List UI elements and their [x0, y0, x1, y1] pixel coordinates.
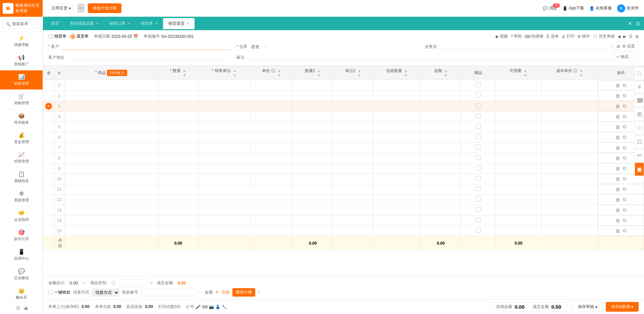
discount-help-icon[interactable]: ⓘ [111, 280, 115, 286]
cell-cost-1[interactable] [542, 80, 598, 91]
cell-price-2[interactable] [250, 90, 292, 101]
tab-sale-return-close[interactable]: ✕ [186, 22, 189, 25]
message-btn[interactable]: 💬 消息 70 [543, 5, 557, 11]
copy-row-10[interactable]: ⧉ [622, 175, 627, 182]
right-panel-btn-4[interactable]: ⊞ [635, 108, 644, 121]
right-panel-btn-8[interactable]: ▣ [635, 163, 644, 176]
maximize-btn[interactable]: ⊡ [635, 20, 641, 27]
sidebar-item-purchase[interactable]: 🛒 采购管理 [0, 90, 43, 109]
cell-product-2[interactable] [64, 90, 158, 101]
add-row-cell[interactable]: + [43, 101, 54, 111]
cell-gift-3[interactable] [461, 101, 495, 111]
copy-row-13[interactable]: ⧉ [622, 206, 627, 213]
cell-gift-2[interactable] [461, 90, 495, 101]
tool2-icon[interactable]: 🎤 [196, 305, 201, 309]
right-panel-btn-3[interactable]: ☎ [635, 94, 644, 107]
online-service-btn[interactable]: 👤 在线客服 [589, 5, 612, 11]
cell-unit2-1[interactable] [333, 80, 373, 91]
gift-checkbox-3[interactable] [476, 103, 481, 108]
copy-row-5[interactable]: ⧉ [622, 123, 627, 130]
delete-row-8[interactable]: 🗑 [615, 155, 621, 162]
cell-qty2-1[interactable] [293, 80, 333, 91]
copy-row-9[interactable]: ⧉ [622, 165, 627, 172]
account-select-btn[interactable]: ··· [199, 290, 202, 295]
sidebar-item-wechat[interactable]: 💬 企业微信 [0, 265, 43, 284]
category-selector[interactable]: 日用百货 ▾ [48, 4, 74, 13]
fee-split-help-icon[interactable]: ? [258, 290, 260, 295]
account-input[interactable] [141, 289, 196, 296]
cell-qty-2[interactable] [158, 90, 198, 101]
cell-unit2-3[interactable] [333, 101, 373, 111]
radio-sale-return[interactable]: 退货单 [70, 34, 89, 39]
cell-product-1[interactable] [64, 80, 158, 91]
salesperson-input[interactable] [439, 44, 607, 50]
cell-product-3[interactable] [64, 101, 158, 111]
copy-row-1[interactable]: ⧉ [622, 82, 627, 89]
sidebar-item-inventory[interactable]: 📦 库存核算 [0, 109, 43, 129]
app-download-btn[interactable]: 📱 App下载 [562, 5, 584, 11]
logistics-btn[interactable]: + 物流 [613, 52, 639, 61]
copy-row-6[interactable]: ⧉ [622, 134, 627, 141]
product-input-3[interactable] [66, 104, 156, 109]
action-help[interactable]: ? 帮助 [511, 34, 522, 39]
topbar-settings-btn[interactable]: ⚙ [78, 4, 84, 12]
right-panel-btn-1[interactable]: □ [635, 67, 644, 80]
tab-sale-settings[interactable]: 售价提取设置 ✕ [64, 18, 104, 29]
right-panel-btn-2[interactable]: ≡ [635, 80, 644, 93]
user-profile-btn[interactable]: 徐 徐泽华 [617, 4, 639, 12]
calendar-icon[interactable]: 📅 [133, 34, 138, 39]
delete-row-10[interactable]: 🗑 [615, 176, 621, 182]
tab-sale-order-close[interactable]: ✕ [127, 22, 130, 25]
copy-row-11[interactable]: ⧉ [622, 186, 627, 193]
settlement-method-select[interactable]: 结算方式 [92, 289, 119, 297]
cell-pack-1[interactable] [373, 80, 421, 91]
cell-qty-1[interactable] [158, 80, 198, 91]
sidebar-item-sales[interactable]: 📊 销售管理 [0, 70, 43, 90]
delete-row-12[interactable]: 🗑 [615, 196, 621, 203]
sidebar-item-system[interactable]: ⚙ 系统管理 [0, 187, 43, 206]
add-item-btn[interactable]: + [215, 289, 219, 296]
history-nav-prev[interactable]: ◀ [618, 34, 621, 39]
customer-input[interactable] [62, 44, 230, 50]
view-mode-grid[interactable]: ⊞ [635, 34, 639, 39]
save-new-btn[interactable]: 保存&新增 ▾ [606, 302, 639, 312]
sidebar-item-basic[interactable]: 📋 基础信息 [0, 168, 43, 187]
scan-input-btn[interactable]: 扫码录入 [107, 70, 127, 76]
cell-cost-3[interactable] [542, 101, 598, 111]
cell-amount-1[interactable] [421, 80, 461, 91]
warehouse-select-btn[interactable]: ··· [263, 45, 267, 49]
delete-row-2[interactable]: 🗑 [615, 92, 621, 99]
cell-available-3[interactable] [495, 101, 541, 111]
delete-row-5[interactable]: 🗑 [615, 124, 621, 130]
sidebar-item-marketing[interactable]: 📢 营销推广 [0, 51, 43, 70]
note-input[interactable] [247, 54, 613, 61]
delete-row-9[interactable]: 🗑 [615, 165, 621, 172]
cell-unit-1[interactable] [198, 80, 250, 91]
delete-row-13[interactable]: 🗑 [615, 207, 621, 213]
sidebar-item-enterprise[interactable]: 🤝 企业协同 [0, 206, 43, 226]
action-print[interactable]: 🖨 打印 [561, 34, 575, 39]
tab-sale-order[interactable]: 销售订单 ✕ [104, 18, 136, 29]
delete-row-15[interactable]: 🗑 [615, 228, 621, 234]
tool5-icon[interactable]: 👗 [215, 305, 220, 309]
sidebar-item-quick-nav[interactable]: ⚡ 快捷导航 [0, 32, 43, 51]
sidebar-item-appstore[interactable]: 📱 应用中心 [0, 245, 43, 265]
address-select-btn[interactable]: ··· [233, 55, 236, 60]
cell-price-3[interactable] [250, 101, 292, 111]
right-panel-btn-5[interactable]: ☆ [635, 121, 644, 135]
cell-qty-3[interactable] [158, 101, 198, 111]
tab-home[interactable]: 首页 [46, 18, 64, 29]
delete-row-6[interactable]: 🗑 [615, 134, 621, 141]
right-panel-btn-6[interactable]: ⊡ [635, 135, 644, 148]
sidebar-item-finance[interactable]: 💰 资金管理 [0, 129, 43, 148]
cell-cost-2[interactable] [542, 90, 598, 101]
cell-pack-3[interactable] [373, 101, 421, 111]
save-draft-btn[interactable]: 保存草稿 ▾ [572, 302, 603, 312]
salesperson-select-btn[interactable]: ··· [609, 45, 613, 49]
delete-row-4[interactable]: 🗑 [615, 113, 621, 120]
right-panel-btn-7[interactable]: ✏ [635, 149, 644, 162]
copy-row-4[interactable]: ⧉ [622, 113, 627, 120]
cell-unit2-2[interactable] [333, 90, 373, 101]
radio-sale-goods[interactable]: 销货单 [48, 34, 66, 39]
address-input[interactable] [67, 54, 230, 61]
